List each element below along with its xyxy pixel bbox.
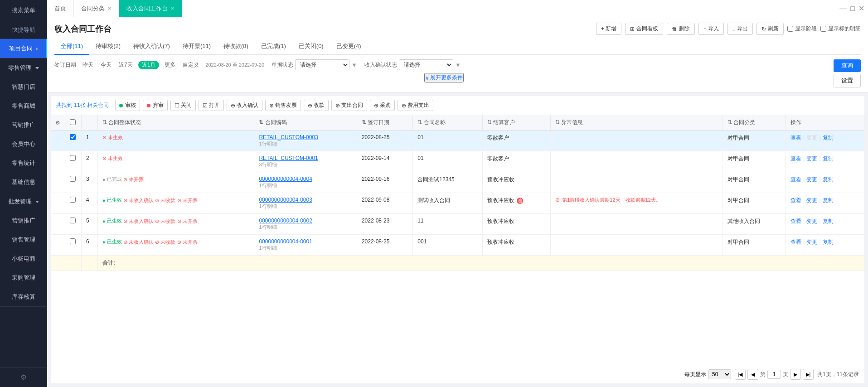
first-page-button[interactable]: |◀ [735,369,746,380]
contract-link[interactable]: RETAIL_CUSTOM-0003 [259,134,352,140]
set-button[interactable]: 设置 [834,74,861,87]
copy-link[interactable]: 复制 [823,176,834,184]
close-window-icon[interactable]: ✕ [858,4,864,13]
income-confirm-select[interactable]: 请选择 [399,59,453,70]
page-size-dropdown[interactable]: 10 20 50 100 [708,369,731,379]
tab-close-contract-cat[interactable]: ✕ [107,5,112,11]
last-page-button[interactable]: ▶| [803,369,814,380]
show-segment-checkbox[interactable]: 显示阶段 [787,25,817,33]
sidebar-nav[interactable]: 快捷导航 [0,21,47,39]
purchase-button[interactable]: ⊕ 采购 [370,100,395,111]
refresh-button[interactable]: ↻ 刷新 [756,23,784,35]
expense-out-button[interactable]: ⊕ 支出合同 [331,100,367,111]
tab-close-income-workbench[interactable]: ✕ [170,5,175,11]
sidebar-item-marketing[interactable]: 营销推广 [0,116,47,135]
date-yesterday[interactable]: 昨天 [81,61,95,69]
export-button[interactable]: ↓ 导出 [727,23,753,35]
audit-button[interactable]: 审核 [115,100,140,111]
sub-tab-pending-payment[interactable]: 待收款(8) [217,39,255,55]
copy-link[interactable]: 复制 [823,197,834,204]
sidebar-item-xiaochang[interactable]: 小畅电商 [0,249,47,268]
collect-button[interactable]: ⊕ 收款 [304,100,329,111]
copy-link[interactable]: 复制 [823,134,834,142]
cell-checkbox[interactable] [65,172,82,193]
date-last7[interactable]: 近7天 [117,61,135,69]
tab-home[interactable]: 首页 [47,0,74,17]
row-checkbox[interactable] [70,155,76,161]
abandon-button[interactable]: 弃审 [143,100,168,111]
expand-conditions-button[interactable]: ∨ 展开更多条件 [424,73,464,82]
sidebar-item-marketing2[interactable]: 营销推广 [0,211,47,230]
row-checkbox[interactable] [70,197,76,203]
page-number-input[interactable] [767,370,781,379]
sales-invoice-button[interactable]: ⊕ 销售发票 [265,100,301,111]
view-link[interactable]: 查看 [790,218,801,225]
change-link[interactable]: 变更 [806,238,817,246]
cell-checkbox[interactable] [65,131,82,151]
sidebar-settings[interactable]: ⚙ [0,367,47,387]
change-link[interactable]: 变更 [806,176,817,184]
contract-link[interactable]: 0000000000004-0004 [259,176,352,182]
view-link[interactable]: 查看 [790,155,801,163]
prev-page-button[interactable]: ◀ [747,369,758,380]
cell-checkbox[interactable] [65,193,82,214]
delete-button[interactable]: 🗑 删除 [667,23,695,35]
sidebar-item-member[interactable]: 会员中心 [0,135,47,154]
sidebar-item-wholesale-mgmt[interactable]: 批发管理 [0,192,47,211]
sub-tab-pending-invoice[interactable]: 待开票(11) [176,39,217,55]
sidebar-item-smart-store[interactable]: 智慧门店 [0,77,47,97]
tab-contract-cat[interactable]: 合同分类 ✕ [74,0,119,17]
change-link[interactable]: 变更 [806,197,817,204]
sub-tab-all[interactable]: 全部(11) [54,39,89,55]
view-link[interactable]: 查看 [790,238,801,246]
select-all-checkbox[interactable] [70,119,76,125]
sidebar-item-retail-commerce[interactable]: 零售商城 [0,97,47,116]
maximize-icon[interactable]: □ [850,5,855,13]
view-link[interactable]: 查看 [790,176,801,184]
fee-out-button[interactable]: ⊕ 费用支出 [398,100,433,111]
contract-link[interactable]: 0000000000004-0003 [259,197,352,203]
doc-status-select[interactable]: 请选择 [295,59,349,70]
sidebar-item-sales-mgmt[interactable]: 销售管理 [0,230,47,249]
copy-link[interactable]: 复制 [823,218,834,225]
copy-link[interactable]: 复制 [823,238,834,246]
cell-checkbox[interactable] [65,214,82,235]
col-settings[interactable]: ⚙ [51,115,65,131]
contract-link[interactable]: RETAIL_CUSTOM-0001 [259,155,352,161]
cell-checkbox[interactable] [65,151,82,172]
copy-link[interactable]: 复制 [823,155,834,163]
query-button[interactable]: 查询 [834,59,861,72]
next-page-button[interactable]: ▶ [790,369,801,380]
show-detail-input[interactable] [820,26,826,32]
open-button[interactable]: ☑ 打开 [199,100,224,111]
sub-tab-pending-confirm[interactable]: 待收入确认(7) [127,39,176,55]
kanban-button[interactable]: ⊞ 合同看板 [625,23,663,35]
cell-checkbox[interactable] [65,235,82,256]
sidebar-item-inventory[interactable]: 库存核算 [0,287,47,306]
view-link[interactable]: 查看 [790,134,801,142]
add-button[interactable]: + 新增 [596,23,621,35]
change-link[interactable]: 变更 [806,218,817,225]
close-button[interactable]: ☐ 关闭 [170,100,196,111]
sub-tab-changed[interactable]: 已变更(4) [330,39,368,55]
sub-tab-completed[interactable]: 已完成(1) [255,39,292,55]
tab-income-workbench[interactable]: 收入合同工作台 ✕ [119,0,182,17]
sidebar-item-purchase[interactable]: 采购管理 [0,268,47,287]
row-checkbox[interactable] [70,218,76,223]
change-link[interactable]: 变更 [806,155,817,163]
row-checkbox[interactable] [70,134,76,140]
sidebar-item-project[interactable]: 项目合同 [0,39,47,58]
date-last1month[interactable]: 近1月 [138,61,160,69]
sidebar-item-basic-info[interactable]: 基础信息 [0,173,47,192]
view-link[interactable]: 查看 [790,197,801,204]
income-confirm-button[interactable]: ⊕ 收入确认 [227,100,262,111]
date-custom[interactable]: 自定义 [181,61,201,69]
minimize-icon[interactable]: — [839,5,847,13]
sidebar-item-retail-stats[interactable]: 零售统计 [0,154,47,173]
row-checkbox[interactable] [70,238,76,244]
show-detail-checkbox[interactable]: 显示标的明细 [820,25,861,33]
sub-tab-closed[interactable]: 已关闭(0) [292,39,330,55]
show-segment-input[interactable] [787,26,793,32]
import-button[interactable]: ↑ 导入 [698,23,724,35]
sidebar-search[interactable]: 搜索菜单 [0,0,47,21]
